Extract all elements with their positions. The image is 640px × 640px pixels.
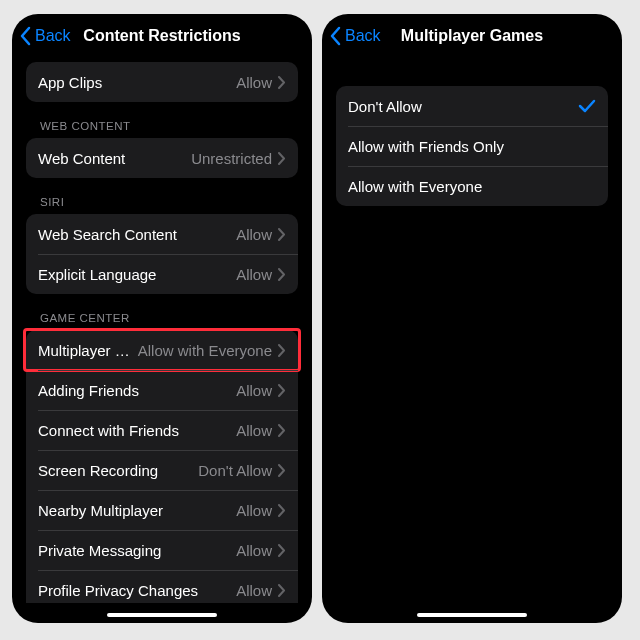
row-value: Allow [236, 422, 272, 439]
navbar: Back Content Restrictions [12, 14, 312, 58]
back-button[interactable]: Back [330, 26, 381, 46]
section-header-siri: SIRI [12, 178, 312, 214]
row-label: Web Search Content [38, 226, 236, 243]
back-button[interactable]: Back [20, 26, 71, 46]
home-indicator[interactable] [417, 613, 527, 617]
chevron-right-icon [278, 544, 286, 557]
row-value: Allow [236, 74, 272, 91]
row-value: Allow [236, 226, 272, 243]
settings-group: Web Content Unrestricted [26, 138, 298, 178]
phone-right: Back Multiplayer Games Don't Allow Allow… [322, 14, 622, 623]
chevron-right-icon [278, 228, 286, 241]
back-label: Back [345, 27, 381, 45]
row-label: Don't Allow [348, 98, 578, 115]
row-value: Allow [236, 502, 272, 519]
chevron-right-icon [278, 584, 286, 597]
row-multiplayer-games[interactable]: Multiplayer Games Allow with Everyone [26, 330, 298, 370]
row-label: Explicit Language [38, 266, 236, 283]
row-label: Allow with Friends Only [348, 138, 596, 155]
row-value: Allow [236, 382, 272, 399]
chevron-right-icon [278, 152, 286, 165]
row-value: Allow [236, 266, 272, 283]
section-header-game-center: GAME CENTER [12, 294, 312, 330]
row-label: Screen Recording [38, 462, 198, 479]
back-label: Back [35, 27, 71, 45]
row-label: Allow with Everyone [348, 178, 596, 195]
chevron-right-icon [278, 424, 286, 437]
chevron-right-icon [278, 344, 286, 357]
content-scroll[interactable]: Don't Allow Allow with Friends Only Allo… [322, 58, 622, 603]
row-private-messaging[interactable]: Private Messaging Allow [26, 530, 298, 570]
home-indicator[interactable] [107, 613, 217, 617]
row-value: Unrestricted [191, 150, 272, 167]
settings-group: Web Search Content Allow Explicit Langua… [26, 214, 298, 294]
row-value: Don't Allow [198, 462, 272, 479]
settings-group: App Clips Allow [26, 62, 298, 102]
option-allow-everyone[interactable]: Allow with Everyone [336, 166, 608, 206]
row-app-clips[interactable]: App Clips Allow [26, 62, 298, 102]
row-label: Web Content [38, 150, 191, 167]
row-web-search-content[interactable]: Web Search Content Allow [26, 214, 298, 254]
section-header-web-content: WEB CONTENT [12, 102, 312, 138]
settings-group: Multiplayer Games Allow with Everyone Ad… [26, 330, 298, 603]
content-scroll[interactable]: App Clips Allow WEB CONTENT Web Content … [12, 58, 312, 603]
options-group: Don't Allow Allow with Friends Only Allo… [336, 86, 608, 206]
chevron-right-icon [278, 268, 286, 281]
chevron-right-icon [278, 464, 286, 477]
option-allow-friends-only[interactable]: Allow with Friends Only [336, 126, 608, 166]
row-label: Private Messaging [38, 542, 236, 559]
row-connect-with-friends[interactable]: Connect with Friends Allow [26, 410, 298, 450]
chevron-left-icon [20, 26, 32, 46]
row-screen-recording[interactable]: Screen Recording Don't Allow [26, 450, 298, 490]
row-explicit-language[interactable]: Explicit Language Allow [26, 254, 298, 294]
row-nearby-multiplayer[interactable]: Nearby Multiplayer Allow [26, 490, 298, 530]
row-value: Allow [236, 542, 272, 559]
chevron-right-icon [278, 504, 286, 517]
option-dont-allow[interactable]: Don't Allow [336, 86, 608, 126]
phone-left: Back Content Restrictions App Clips Allo… [12, 14, 312, 623]
row-value: Allow with Everyone [138, 342, 272, 359]
row-adding-friends[interactable]: Adding Friends Allow [26, 370, 298, 410]
row-value: Allow [236, 582, 272, 599]
row-label: Nearby Multiplayer [38, 502, 236, 519]
row-web-content[interactable]: Web Content Unrestricted [26, 138, 298, 178]
row-label: App Clips [38, 74, 236, 91]
chevron-right-icon [278, 384, 286, 397]
row-profile-privacy-changes[interactable]: Profile Privacy Changes Allow [26, 570, 298, 603]
checkmark-icon [578, 99, 596, 113]
row-label: Adding Friends [38, 382, 236, 399]
chevron-left-icon [330, 26, 342, 46]
row-label: Profile Privacy Changes [38, 582, 236, 599]
row-label: Multiplayer Games [38, 342, 138, 359]
row-label: Connect with Friends [38, 422, 236, 439]
chevron-right-icon [278, 76, 286, 89]
navbar: Back Multiplayer Games [322, 14, 622, 58]
